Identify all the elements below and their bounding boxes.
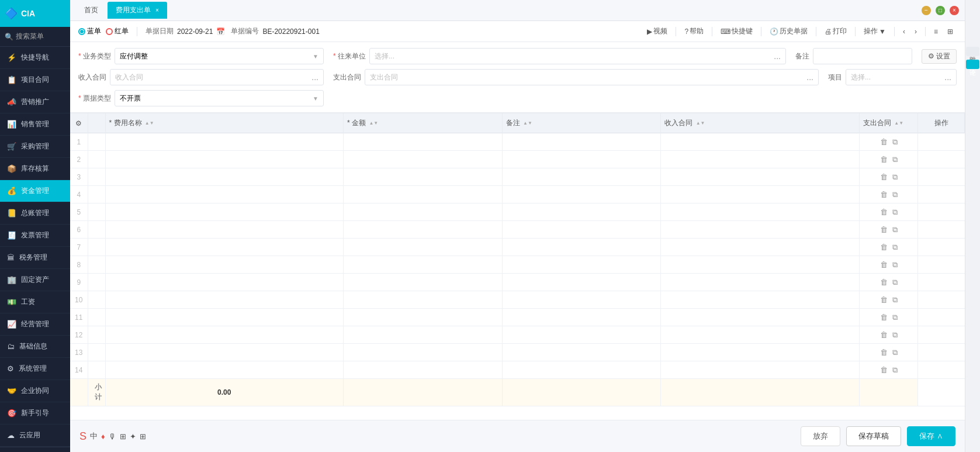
- view-grid-button[interactable]: ⊞: [944, 26, 957, 37]
- cell-expense-name-10[interactable]: [88, 291, 105, 309]
- cell-remark-5[interactable]: [344, 203, 503, 221]
- cell-remark-4[interactable]: [344, 186, 503, 203]
- delete-icon-2[interactable]: 🗑: [880, 155, 888, 164]
- cell-remark-10[interactable]: [344, 291, 503, 309]
- cell-income-contract-13[interactable]: [502, 344, 661, 361]
- cell-expense-name-11[interactable]: [88, 309, 105, 326]
- copy-icon-12[interactable]: ⧉: [892, 330, 898, 340]
- delete-icon-12[interactable]: 🗑: [880, 330, 888, 339]
- invoice-type-input[interactable]: 不开票 ▼: [115, 90, 324, 106]
- cell-expense-contract-10[interactable]: [661, 291, 860, 309]
- cell-income-contract-12[interactable]: [502, 326, 661, 344]
- sidebar-item-tax-mgmt[interactable]: 🏛税务管理: [0, 247, 70, 269]
- cell-expense-name-14[interactable]: [88, 361, 105, 379]
- tab-expense-bill[interactable]: 费用支出单×: [108, 2, 167, 19]
- cell-income-contract-5[interactable]: [502, 203, 661, 221]
- view-list-button[interactable]: ≡: [930, 26, 941, 37]
- sidebar-item-quick-nav[interactable]: ⚡快捷导航: [0, 47, 70, 69]
- partner-input[interactable]: 选择... ...: [369, 48, 786, 64]
- delete-icon-5[interactable]: 🗑: [880, 208, 888, 216]
- sidebar-item-cloud-apps[interactable]: ☁云应用: [0, 425, 70, 447]
- cell-expense-contract-11[interactable]: [661, 309, 860, 326]
- cell-expense-contract-9[interactable]: [661, 274, 860, 291]
- sort-remark[interactable]: ▲▼: [523, 120, 532, 126]
- copy-icon-14[interactable]: ⧉: [892, 365, 898, 375]
- delete-icon-9[interactable]: 🗑: [880, 278, 888, 287]
- project-input[interactable]: 选择... ...: [846, 69, 957, 85]
- cell-expense-contract-4[interactable]: [661, 186, 860, 203]
- expense-contract-more[interactable]: ...: [806, 73, 813, 82]
- remark-input[interactable]: [813, 48, 912, 64]
- sort-expense-contract[interactable]: ▲▼: [894, 120, 903, 126]
- comment-panel-btn[interactable]: 评论: [966, 60, 979, 69]
- calendar-icon[interactable]: 📅: [216, 27, 225, 36]
- cell-expense-contract-1[interactable]: [661, 133, 860, 151]
- sort-income[interactable]: ▲▼: [696, 120, 705, 126]
- radio-blue[interactable]: 蓝单: [78, 26, 101, 36]
- cell-income-contract-11[interactable]: [502, 309, 661, 326]
- cell-income-contract-14[interactable]: [502, 361, 661, 379]
- cell-amount-8[interactable]: [105, 256, 344, 274]
- delete-icon-7[interactable]: 🗑: [880, 243, 888, 251]
- cell-expense-contract-5[interactable]: [661, 203, 860, 221]
- save-draft-button[interactable]: 保存草稿: [846, 426, 901, 446]
- sidebar-item-purchase-mgmt[interactable]: 🛒采购管理: [0, 136, 70, 158]
- delete-icon-14[interactable]: 🗑: [880, 365, 888, 374]
- copy-icon-9[interactable]: ⧉: [892, 278, 898, 287]
- cell-remark-7[interactable]: [344, 239, 503, 256]
- history-button[interactable]: 🕐 历史单据: [766, 25, 811, 38]
- cell-expense-contract-14[interactable]: [661, 361, 860, 379]
- minimize-button[interactable]: −: [922, 6, 931, 15]
- copy-icon-10[interactable]: ⧉: [892, 295, 898, 305]
- cell-income-contract-1[interactable]: [502, 133, 661, 151]
- cell-remark-8[interactable]: [344, 256, 503, 274]
- print-button[interactable]: 🖨 打印: [821, 25, 850, 38]
- cell-expense-contract-8[interactable]: [661, 256, 860, 274]
- cell-amount-11[interactable]: [105, 309, 344, 326]
- cell-remark-14[interactable]: [344, 361, 503, 379]
- video-button[interactable]: ▶ 视频: [643, 25, 671, 38]
- sidebar-item-basic-info[interactable]: 🗂基础信息: [0, 336, 70, 358]
- cell-amount-6[interactable]: [105, 221, 344, 239]
- cell-expense-contract-12[interactable]: [661, 326, 860, 344]
- sidebar-item-new-user-guide[interactable]: 🎯新手引导: [0, 402, 70, 425]
- cell-amount-9[interactable]: [105, 274, 344, 291]
- save-button[interactable]: 保存 ∧: [907, 426, 955, 446]
- cell-amount-2[interactable]: [105, 151, 344, 168]
- sidebar-item-general-ledger[interactable]: 📒总账管理: [0, 202, 70, 225]
- cell-expense-name-2[interactable]: [88, 151, 105, 168]
- sort-amount[interactable]: ▲▼: [369, 120, 378, 126]
- close-button[interactable]: ×: [950, 6, 959, 15]
- radio-red[interactable]: 红单: [106, 26, 129, 36]
- cell-income-contract-3[interactable]: [502, 168, 661, 186]
- cell-amount-13[interactable]: [105, 344, 344, 361]
- cell-remark-9[interactable]: [344, 274, 503, 291]
- sidebar-item-sales-mgmt[interactable]: 📊销售管理: [0, 113, 70, 136]
- shortcuts-button[interactable]: ⌨ 快捷键: [717, 25, 756, 38]
- cell-income-contract-4[interactable]: [502, 186, 661, 203]
- sidebar-item-operations-mgmt[interactable]: 📈经营管理: [0, 313, 70, 336]
- business-type-input[interactable]: 应付调整 ▼: [115, 48, 324, 64]
- cell-expense-name-8[interactable]: [88, 256, 105, 274]
- delete-icon-4[interactable]: 🗑: [880, 190, 888, 199]
- date-value[interactable]: 2022-09-21: [177, 27, 213, 36]
- nav-prev-button[interactable]: ‹: [899, 26, 909, 37]
- attachment-panel-btn[interactable]: 附件: [966, 47, 979, 56]
- cell-expense-name-1[interactable]: [88, 133, 105, 151]
- cell-expense-name-12[interactable]: [88, 326, 105, 344]
- sidebar-item-marketing[interactable]: 📣营销推广: [0, 91, 70, 113]
- tab-close-expense-bill[interactable]: ×: [155, 7, 159, 13]
- cell-expense-name-5[interactable]: [88, 203, 105, 221]
- cell-expense-contract-2[interactable]: [661, 151, 860, 168]
- project-more[interactable]: ...: [944, 73, 951, 82]
- cell-amount-5[interactable]: [105, 203, 344, 221]
- sidebar-item-fixed-assets[interactable]: 🏢固定资产: [0, 269, 70, 291]
- cell-amount-14[interactable]: [105, 361, 344, 379]
- cell-income-contract-9[interactable]: [502, 274, 661, 291]
- cell-income-contract-10[interactable]: [502, 291, 661, 309]
- expense-contract-input[interactable]: 支出合同 ...: [365, 69, 819, 85]
- delete-icon-3[interactable]: 🗑: [880, 172, 888, 181]
- cell-amount-7[interactable]: [105, 239, 344, 256]
- copy-icon-1[interactable]: ⧉: [892, 137, 898, 147]
- operations-button[interactable]: 操作 ▼: [860, 25, 889, 38]
